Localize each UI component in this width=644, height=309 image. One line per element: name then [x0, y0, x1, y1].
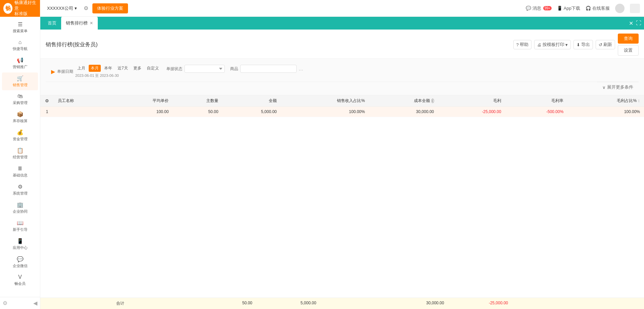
- sidebar-label-5: 库存核算: [13, 118, 28, 123]
- sidebar-icon-8: Ⅲ: [18, 165, 22, 172]
- sidebar-item-6[interactable]: 💰 资金管理: [2, 126, 38, 144]
- sidebar-label-14: 畅会员: [14, 281, 26, 286]
- sidebar-item-12[interactable]: 📱 应用中心: [2, 235, 38, 253]
- footer-qty: 50.00: [192, 301, 256, 306]
- sidebar-icon-6: 💰: [17, 129, 24, 136]
- message-badge: 99+: [543, 6, 552, 10]
- message-icon: 💬: [526, 6, 531, 11]
- tab-close-all-icon[interactable]: ✕: [629, 20, 633, 27]
- topbar-settings-icon[interactable]: ⚙: [84, 5, 88, 11]
- expand-more-btn[interactable]: ∨ 展开更多条件: [597, 82, 639, 92]
- sidebar-settings-icon[interactable]: ⚙: [3, 300, 7, 306]
- col-profit-rate: 毛利率: [505, 95, 567, 107]
- goods-more-icon[interactable]: …: [299, 66, 303, 71]
- goods-label: 商品: [230, 66, 238, 72]
- table-footer: 合计 50.00 5,000.00 30,000.00 -25,000.00: [40, 298, 644, 309]
- tab-sales-ranking-label: 销售排行榜: [66, 20, 88, 26]
- row-qty: 50.00: [173, 107, 222, 117]
- col-settings-icon: ⚙: [45, 98, 49, 103]
- print-button[interactable]: 🖨 按模板打印 ▾: [534, 40, 571, 49]
- company-dropdown-icon: ▾: [75, 6, 77, 11]
- date-btn-7days[interactable]: 近7天: [116, 65, 130, 72]
- row-profit-rate: -500.00%: [505, 107, 567, 117]
- sidebar-item-14[interactable]: V 畅会员: [2, 271, 38, 289]
- query-button[interactable]: 查询: [618, 34, 639, 44]
- data-table: ⚙ 员工名称 平均单价 主数量 全额 销售收入占比% 成本全额 i 毛利 毛利率…: [40, 95, 644, 117]
- date-btn-custom[interactable]: 自定义: [145, 65, 161, 72]
- row-name: [54, 107, 113, 117]
- message-button[interactable]: 💬 消息 99+: [526, 5, 552, 11]
- tab-sales-ranking[interactable]: 销售排行榜 ✕: [61, 17, 98, 30]
- refresh-button[interactable]: ↺ 刷新: [596, 40, 615, 49]
- refresh-icon: ↺: [599, 42, 602, 47]
- col-name: 员工名称: [54, 95, 113, 107]
- date-filter: ▶ 单据日期 上月 本月 本年 近7天 更多 自定义 2023-06-01 至 …: [51, 65, 161, 78]
- tab-close-icon[interactable]: ✕: [90, 21, 93, 25]
- sidebar-icon-5: 📦: [17, 111, 24, 117]
- export-icon: ⬇: [576, 42, 580, 47]
- col-amount: 全额: [222, 95, 281, 107]
- sidebar-item-2[interactable]: 📢 营销推广: [2, 54, 38, 72]
- expand-row: ∨ 展开更多条件: [46, 82, 639, 92]
- expand-label: 展开更多条件: [607, 84, 633, 90]
- sidebar-label-8: 基础信息: [13, 173, 28, 178]
- page-content: 销售排行榜(按业务员) ? 帮助 🖨 按模板打印 ▾ ⬇ 导出 ↺ 刷新: [40, 30, 644, 309]
- status-filter: 单据状态: [166, 65, 225, 73]
- company-selector[interactable]: XXXXXX公司 ▾: [44, 4, 80, 13]
- help-icon: ?: [516, 42, 519, 47]
- main-area: XXXXXX公司 ▾ ⚙ 体验行业方案 💬 消息 99+ 📱 App下载 🎧 在…: [40, 0, 644, 309]
- user-name-area[interactable]: [630, 4, 640, 13]
- row-rank: 1: [40, 107, 54, 117]
- col-profit: 毛利: [438, 95, 505, 107]
- sidebar-item-4[interactable]: 🛍 采购管理: [2, 91, 38, 108]
- col-avg-price: 平均单价: [113, 95, 173, 107]
- page-title: 销售排行榜(按业务员): [46, 41, 98, 48]
- col-settings[interactable]: ⚙: [40, 95, 54, 107]
- sidebar-item-13[interactable]: 💬 企业微信: [2, 253, 38, 271]
- table-row: 1 100.00 50.00 5,000.00 100.00% 30,000.0…: [40, 107, 644, 117]
- sidebar-item-5[interactable]: 📦 库存核算: [2, 108, 38, 126]
- sidebar-icon-3: 🛒: [17, 75, 24, 82]
- tabbar-right: ✕ ⛶: [629, 20, 641, 27]
- sidebar-item-9[interactable]: ⚙ 系统管理: [2, 181, 38, 199]
- online-service-button[interactable]: 🎧 在线客服: [586, 5, 610, 11]
- sidebar-item-3[interactable]: 🛒 销售管理: [2, 72, 38, 90]
- filter-section: ▶ 单据日期 上月 本月 本年 近7天 更多 自定义 2023-06-01 至 …: [40, 59, 644, 95]
- sidebar-icon-2: 📢: [17, 57, 24, 63]
- app-download-button[interactable]: 📱 App下载: [557, 5, 580, 11]
- company-name: XXXXXX公司: [47, 5, 73, 11]
- help-button[interactable]: ? 帮助: [513, 40, 531, 49]
- table-body: 1 100.00 50.00 5,000.00 100.00% 30,000.0…: [40, 107, 644, 117]
- table-header: ⚙ 员工名称 平均单价 主数量 全额 销售收入占比% 成本全额 i 毛利 毛利率…: [40, 95, 644, 107]
- filter-arrow-icon[interactable]: ▶: [51, 68, 55, 75]
- sidebar-item-7[interactable]: 📋 经营管理: [2, 145, 38, 162]
- goods-input[interactable]: [240, 65, 297, 73]
- col-cost: 成本全额 i: [369, 95, 438, 107]
- sidebar-item-0[interactable]: ☰ 搜索菜单: [2, 18, 38, 36]
- sidebar-item-8[interactable]: Ⅲ 基础信息: [2, 163, 38, 181]
- date-btn-more[interactable]: 更多: [131, 65, 143, 72]
- user-avatar[interactable]: [615, 4, 625, 13]
- sidebar-collapse-icon[interactable]: ◀: [33, 300, 37, 306]
- sidebar-label-2: 营销推广: [13, 64, 28, 69]
- export-button[interactable]: ⬇ 导出: [573, 40, 593, 49]
- sidebar-item-1[interactable]: ⌂ 快捷导航: [2, 37, 38, 54]
- footer-profit-rate: [512, 301, 576, 306]
- sidebar-nav: ☰ 搜索菜单 ⌂ 快捷导航 📢 营销推广 🛒 销售管理 🛍 采购管理 📦 库存核…: [0, 17, 40, 297]
- tab-home[interactable]: 首页: [43, 17, 61, 30]
- sidebar-label-0: 搜索菜单: [13, 29, 28, 34]
- filter-bar: ▶ 单据日期 上月 本月 本年 近7天 更多 自定义 2023-06-01 至 …: [46, 61, 639, 82]
- sidebar-item-10[interactable]: 🏢 企业协同: [2, 199, 38, 217]
- sidebar-logo: 畅 畅康通好生意 标准版: [0, 0, 40, 17]
- message-label: 消息: [532, 5, 541, 11]
- table-container: ⚙ 员工名称 平均单价 主数量 全额 销售收入占比% 成本全额 i 毛利 毛利率…: [40, 95, 644, 298]
- settings-button[interactable]: 设置: [618, 45, 639, 56]
- trial-button[interactable]: 体验行业方案: [92, 3, 128, 13]
- status-select[interactable]: [184, 65, 225, 73]
- date-btn-this-year[interactable]: 本年: [102, 65, 114, 72]
- sidebar-item-11[interactable]: 📖 新手引导: [2, 217, 38, 235]
- date-btn-last-month[interactable]: 上月: [75, 65, 87, 72]
- date-btn-this-month[interactable]: 本月: [89, 65, 101, 72]
- tab-expand-icon[interactable]: ⛶: [636, 20, 641, 27]
- sidebar-icon-0: ☰: [18, 21, 23, 28]
